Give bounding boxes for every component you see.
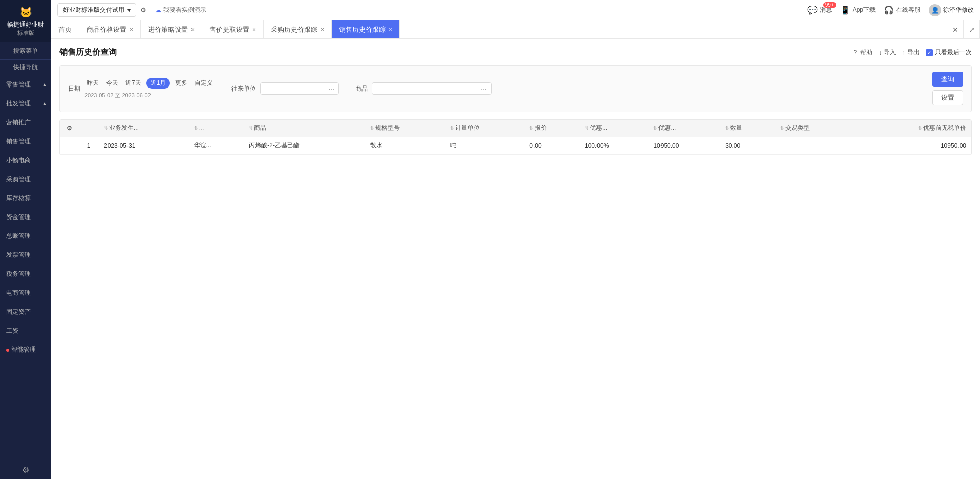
tab-close-all-btn[interactable]: ✕	[947, 20, 964, 39]
sort-icon-3: ⇅	[370, 126, 374, 131]
message-icon-item[interactable]: 💬 消息 99+	[807, 5, 832, 15]
sidebar-item-inventory[interactable]: 库存核算	[0, 189, 51, 208]
tab-purchase-history-label: 采购历史价跟踪	[271, 25, 317, 34]
username-label: 徐泽华修改	[943, 6, 974, 14]
tab-sales-history[interactable]: 销售历史价跟踪 ×	[332, 20, 400, 39]
header-settings-icon[interactable]: ⚙	[140, 6, 146, 14]
product-dots-btn[interactable]: ···	[481, 84, 487, 93]
sidebar-item-label: 库存核算	[6, 194, 31, 203]
tab-price-extract-close[interactable]: ×	[252, 26, 256, 33]
sidebar-item-finance[interactable]: 资金管理	[0, 208, 51, 227]
table-row[interactable]: 1 2023-05-31 华谊... 丙烯酸-2-乙基己酯 散水 吨 0.00 …	[60, 137, 971, 155]
demo-link[interactable]: ☁ 我要看实例演示	[155, 6, 206, 14]
th-product[interactable]: ⇅ 商品	[244, 120, 365, 137]
date-opt-more[interactable]: 更多	[173, 78, 189, 89]
date-opt-custom[interactable]: 自定义	[193, 78, 215, 89]
tab-price-extract-label: 售价提取设置	[209, 25, 249, 34]
th-discount1[interactable]: ⇅ 优惠...	[580, 120, 648, 137]
tab-price-extract[interactable]: 售价提取设置 ×	[202, 20, 264, 39]
source-input[interactable]	[265, 85, 326, 92]
th-unit[interactable]: ⇅ 计量单位	[445, 120, 525, 137]
th-trade-type[interactable]: ⇅ 交易类型	[775, 120, 855, 137]
tab-sales-history-close[interactable]: ×	[389, 26, 392, 33]
sidebar-item-label: 总账管理	[6, 232, 31, 241]
tab-sales-history-label: 销售历史价跟踪	[339, 25, 386, 34]
tab-purchase-history-close[interactable]: ×	[321, 26, 324, 33]
tab-price[interactable]: 商品价格设置 ×	[79, 20, 141, 39]
tab-home[interactable]: 首页	[51, 20, 79, 39]
sidebar-item-smart[interactable]: 智能管理	[0, 340, 51, 359]
source-dots-btn[interactable]: ···	[328, 84, 334, 93]
app-selector[interactable]: 好业财标准版交付试用 ▾	[57, 3, 136, 17]
sidebar-item-purchase[interactable]: 采购管理	[0, 170, 51, 189]
sort-icon-10: ⇅	[918, 126, 922, 131]
user-info[interactable]: 👤 徐泽华修改	[929, 4, 974, 16]
query-button[interactable]: 查询	[932, 72, 963, 87]
settings-button[interactable]: 设置	[932, 90, 963, 105]
sort-icon-2: ⇅	[249, 126, 253, 131]
sort-icon-6: ⇅	[585, 126, 589, 131]
online-service-item[interactable]: 🎧 在线客服	[884, 5, 921, 15]
filter-buttons: 查询 设置	[932, 72, 963, 105]
sidebar-item-ledger[interactable]: 总账管理	[0, 227, 51, 246]
row-pretax-price: 10950.00	[855, 137, 971, 155]
date-opt-yesterday[interactable]: 昨天	[84, 78, 101, 89]
help-btn[interactable]: ？ 帮助	[852, 48, 872, 57]
tab-purchase-history[interactable]: 采购历史价跟踪 ×	[264, 20, 332, 39]
checkbox-icon: ✓	[926, 49, 933, 56]
tab-expand-btn[interactable]: ⤢	[964, 20, 980, 39]
sidebar-item-tax[interactable]: 税务管理	[0, 265, 51, 284]
export-btn[interactable]: ↑ 导出	[902, 48, 920, 57]
th-settings[interactable]: ⚙	[60, 120, 78, 137]
sidebar-item-marketing[interactable]: 营销推广	[0, 113, 51, 132]
sidebar-item-assets[interactable]: 固定资产	[0, 302, 51, 321]
row-price: 0.00	[524, 137, 580, 155]
search-menu[interactable]: 搜索菜单	[0, 42, 51, 60]
sidebar-item-sales[interactable]: 销售管理	[0, 132, 51, 151]
sidebar-item-label: 工资	[6, 326, 18, 335]
sidebar-item-ecommerce-small[interactable]: 小畅电商	[0, 151, 51, 170]
sidebar-item-retail[interactable]: 零售管理 ▲	[0, 75, 51, 94]
sidebar-item-wholesale[interactable]: 批发管理 ▲	[0, 94, 51, 113]
row-discount1: 100.00%	[580, 137, 648, 155]
main-area: 好业财标准版交付试用 ▾ ⚙ ☁ 我要看实例演示 💬 消息 99+ 📱 App下…	[51, 0, 980, 479]
import-btn[interactable]: ↓ 导入	[879, 48, 896, 57]
th-extra[interactable]: ⇅ ...	[189, 120, 244, 137]
quick-nav[interactable]: 快捷导航	[0, 60, 51, 75]
sidebar-item-payroll[interactable]: 工资	[0, 321, 51, 340]
sidebar-item-label: 智能管理	[11, 345, 36, 354]
page-title: 销售历史价查询	[59, 47, 117, 58]
th-date[interactable]: ⇅ 业务发生...	[99, 120, 189, 137]
table-header: ⚙ ⇅ 业务发生... ⇅ ...	[60, 120, 971, 137]
row-date: 2023-05-31	[99, 137, 189, 155]
sidebar-settings-icon[interactable]: ⚙	[22, 466, 29, 474]
tab-price-strategy-close[interactable]: ×	[191, 26, 195, 33]
sidebar-item-invoice[interactable]: 发票管理	[0, 246, 51, 265]
date-opt-today[interactable]: 今天	[104, 78, 120, 89]
th-discount2-label: 优惠...	[658, 124, 676, 133]
data-table: ⚙ ⇅ 业务发生... ⇅ ...	[59, 119, 972, 155]
th-discount2[interactable]: ⇅ 优惠...	[648, 120, 720, 137]
source-input-group[interactable]: ···	[260, 82, 339, 95]
sidebar-item-label: 税务管理	[6, 270, 31, 278]
product-input[interactable]	[376, 85, 479, 92]
th-spec[interactable]: ⇅ 规格型号	[365, 120, 445, 137]
th-price[interactable]: ⇅ 报价	[524, 120, 580, 137]
logo-icon: 🐱	[7, 5, 44, 19]
date-opt-1month[interactable]: 近1月	[146, 78, 171, 89]
sidebar-item-ecommerce[interactable]: 电商管理	[0, 284, 51, 302]
th-pretax-price[interactable]: ⇅ 优惠前无税单价	[855, 120, 971, 137]
app-download-item[interactable]: 📱 App下载	[840, 5, 876, 15]
product-input-group[interactable]: ···	[372, 82, 492, 95]
date-opt-7days[interactable]: 近7天	[123, 78, 143, 89]
sort-icon-8: ⇅	[725, 126, 729, 131]
date-filter: 日期 昨天 今天 近7天 近1月 更多 自定义 2023-05-02 至 202…	[68, 78, 215, 99]
sidebar-item-arrow: ▲	[42, 82, 47, 88]
sort-icon-5: ⇅	[529, 126, 534, 131]
only-last-check[interactable]: ✓ 只看最后一次	[926, 48, 972, 57]
th-num	[78, 120, 99, 137]
th-quantity[interactable]: ⇅ 数量	[720, 120, 775, 137]
tab-price-close[interactable]: ×	[130, 26, 133, 33]
sidebar-item-label: 小畅电商	[6, 156, 31, 165]
tab-price-strategy[interactable]: 进价策略设置 ×	[141, 20, 202, 39]
